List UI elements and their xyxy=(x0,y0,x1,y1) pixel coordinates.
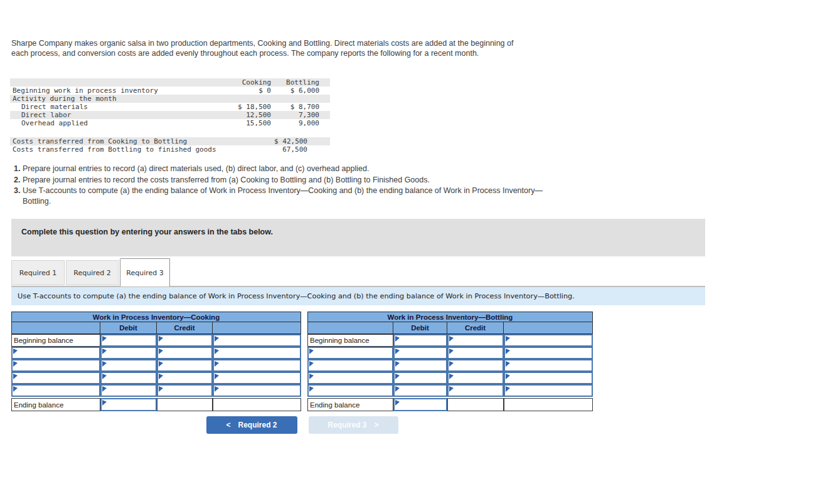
answer-cell-label[interactable] xyxy=(11,372,100,384)
answer-cell-credit[interactable] xyxy=(157,359,213,372)
entry-row xyxy=(307,384,593,397)
tab-required-1[interactable]: Required 1 xyxy=(11,260,65,285)
answer-cell-label[interactable] xyxy=(307,372,393,384)
cost-row-bottling-value: 9,000 xyxy=(271,119,319,127)
answer-cell-label[interactable] xyxy=(11,359,100,372)
answer-cell-marker-icon xyxy=(13,361,18,367)
answer-cell-credit[interactable] xyxy=(447,334,504,347)
answer-cell-extra[interactable] xyxy=(213,334,301,347)
answer-cell-marker-icon xyxy=(395,386,400,392)
cost-table-header-row: CookingBottling xyxy=(10,78,330,87)
answer-cell-extra[interactable] xyxy=(504,359,593,372)
chevron-left-icon: < xyxy=(226,421,230,429)
answer-cell-debit[interactable] xyxy=(100,334,157,347)
answer-cell-debit[interactable] xyxy=(393,347,447,359)
entry-row xyxy=(307,372,593,384)
answer-cell-label[interactable] xyxy=(307,347,393,359)
next-required-button[interactable]: Required 3 > xyxy=(309,416,398,434)
requirement-text: Prepare journal entries to record the co… xyxy=(23,175,568,186)
answer-cell-extra[interactable] xyxy=(504,334,593,347)
cost-table-row: Direct labor12,5007,300 xyxy=(10,111,330,119)
answer-cell-debit[interactable] xyxy=(393,359,447,372)
answer-cell-extra[interactable] xyxy=(213,384,301,397)
answer-cell-label[interactable] xyxy=(307,384,393,397)
subheader-blank xyxy=(213,322,301,334)
answer-cell-marker-icon xyxy=(395,349,400,354)
answer-cell-marker-icon xyxy=(159,374,163,379)
answer-cell-debit[interactable] xyxy=(393,372,447,384)
answer-cell-debit[interactable] xyxy=(100,359,157,372)
answer-cell-extra[interactable] xyxy=(213,372,301,384)
answer-cell-marker-icon xyxy=(102,349,107,354)
answer-cell-marker-icon xyxy=(506,386,510,392)
answer-cell-marker-icon xyxy=(309,349,314,354)
cost-row-cooking-value: $ 0 xyxy=(230,87,271,95)
static-cell xyxy=(504,398,593,411)
tab-required-2[interactable]: Required 2 xyxy=(66,260,119,285)
answer-cell-debit[interactable] xyxy=(393,334,447,347)
answer-cell-marker-icon xyxy=(215,336,219,342)
answer-cell-extra[interactable] xyxy=(504,384,593,397)
instruction-text: Use T-accounts to compute (a) the ending… xyxy=(11,292,575,300)
answer-cell-marker-icon xyxy=(102,336,107,342)
answer-cell-marker-icon xyxy=(449,336,454,342)
ending-balance-row: Ending balance xyxy=(307,398,593,411)
cost-row-cooking-value: 12,500 xyxy=(230,111,271,119)
answer-cell-marker-icon xyxy=(159,336,163,342)
cost-row-transfer-value: 67,500 xyxy=(230,145,307,154)
answer-cell-label[interactable] xyxy=(11,347,100,359)
problem-statement: Sharpe Company makes organic salsa in tw… xyxy=(11,39,524,58)
answer-cell-marker-icon xyxy=(13,386,18,392)
entry-row xyxy=(307,347,593,359)
answer-cell-label[interactable] xyxy=(11,384,100,397)
answer-cell-marker-icon xyxy=(395,336,400,342)
answer-cell-credit[interactable] xyxy=(447,372,504,384)
answer-cell-debit[interactable] xyxy=(100,347,157,359)
instruction-bar: Use T-accounts to compute (a) the ending… xyxy=(11,286,705,305)
answer-cell-debit[interactable] xyxy=(393,398,447,411)
cost-transfer-row: Costs transferred from Cooking to Bottli… xyxy=(10,137,330,145)
ending-balance-label: Ending balance xyxy=(307,398,393,411)
cost-row-label: Overhead applied xyxy=(10,119,230,127)
subheader-blank xyxy=(504,322,593,334)
answer-cell-credit[interactable] xyxy=(157,334,213,347)
answer-cell-extra[interactable] xyxy=(504,372,593,384)
answer-cell-extra[interactable] xyxy=(213,359,301,372)
answer-cell-credit[interactable] xyxy=(157,372,213,384)
answer-cell-credit[interactable] xyxy=(447,384,504,397)
static-cell xyxy=(157,398,213,411)
answer-cell-extra[interactable] xyxy=(504,347,593,359)
entry-row xyxy=(11,347,301,359)
answer-cell-credit[interactable] xyxy=(447,359,504,372)
answer-cell-debit[interactable] xyxy=(100,398,157,411)
answer-cell-marker-icon xyxy=(506,336,510,342)
answer-cell-marker-icon xyxy=(309,374,314,379)
prev-required-button[interactable]: < Required 2 xyxy=(206,416,297,434)
answer-cell-debit[interactable] xyxy=(100,372,157,384)
ending-balance-row: Ending balance xyxy=(11,398,301,411)
cost-row-label: Direct materials xyxy=(10,103,230,111)
answer-cell-marker-icon xyxy=(159,361,163,367)
answer-cell-marker-icon xyxy=(449,361,454,367)
entry-row xyxy=(11,384,301,397)
static-cell xyxy=(447,398,504,411)
static-cell xyxy=(213,398,301,411)
cost-row-label: Direct labor xyxy=(10,111,230,119)
answer-cell-extra[interactable] xyxy=(213,347,301,359)
answer-cell-debit[interactable] xyxy=(100,384,157,397)
answer-cell-label[interactable] xyxy=(307,359,393,372)
next-button-label: Required 3 xyxy=(327,421,366,429)
cost-row-bottling-value: $ 6,000 xyxy=(271,87,319,95)
tab-required-3[interactable]: Required 3 xyxy=(120,258,170,286)
answer-cell-marker-icon xyxy=(395,400,400,406)
answer-cell-credit[interactable] xyxy=(157,384,213,397)
answer-cell-credit[interactable] xyxy=(447,347,504,359)
answer-cell-credit[interactable] xyxy=(157,347,213,359)
answer-cell-debit[interactable] xyxy=(393,384,447,397)
cost-row-cooking-value: $ 18,500 xyxy=(230,103,271,111)
credit-header: Credit xyxy=(157,322,213,334)
entry-row xyxy=(11,359,301,372)
answer-cell-marker-icon xyxy=(215,361,219,367)
beginning-balance-row: Beginning balance xyxy=(11,334,301,347)
answer-cell-marker-icon xyxy=(159,349,163,354)
